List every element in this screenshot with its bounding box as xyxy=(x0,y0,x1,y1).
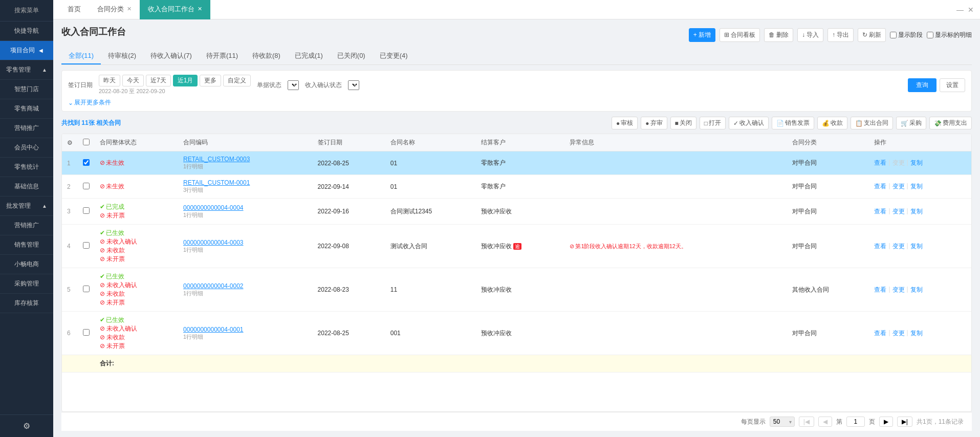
copy-btn[interactable]: 复制 xyxy=(910,159,923,167)
tab-close-contract-type[interactable]: ✕ xyxy=(127,6,132,12)
action-btn-income-confirm[interactable]: ✓ 收入确认 xyxy=(729,117,769,129)
row-checkbox[interactable] xyxy=(83,207,90,214)
prev-page-btn[interactable]: ◀ xyxy=(818,417,832,427)
sort-contract-name[interactable]: 合同名称 xyxy=(390,138,415,147)
sidebar-search[interactable]: 搜索菜单 xyxy=(0,0,53,21)
sidebar-item-smart-store[interactable]: 智慧门店 xyxy=(0,80,53,99)
edit-btn[interactable]: 变更 xyxy=(892,286,905,294)
row-checkbox-cell[interactable] xyxy=(78,225,95,268)
delete-button[interactable]: 🗑 删除 xyxy=(764,28,793,42)
col-contract-status[interactable]: 合同整体状态 xyxy=(95,134,178,151)
view-btn[interactable]: 查看 xyxy=(874,286,886,294)
row-checkbox-cell[interactable] xyxy=(78,268,95,312)
edit-btn[interactable]: 变更 xyxy=(892,329,905,338)
sidebar-item-base-info[interactable]: 基础信息 xyxy=(0,177,53,196)
row-checkbox[interactable] xyxy=(83,159,90,166)
sort-category[interactable]: 合同分类 xyxy=(792,138,817,147)
sort-contract-code[interactable]: 合同编码 xyxy=(183,138,208,147)
col-checkbox[interactable] xyxy=(78,134,95,151)
date-btn-custom[interactable]: 自定义 xyxy=(223,75,251,86)
action-btn-open[interactable]: □ 打开 xyxy=(700,117,726,129)
sidebar-item-marketing[interactable]: 营销推广 xyxy=(0,119,53,138)
sidebar-item-project[interactable]: 项目合同 ◀ xyxy=(0,41,53,60)
action-btn-abandon-review[interactable]: ● 弃审 xyxy=(641,117,667,129)
sidebar-item-retail-stats[interactable]: 零售统计 xyxy=(0,158,53,177)
col-contract-code[interactable]: 合同编码 xyxy=(178,134,313,151)
copy-btn[interactable]: 复制 xyxy=(910,207,923,216)
col-category[interactable]: 合同分类 xyxy=(787,134,869,151)
date-btn-yesterday[interactable]: 昨天 xyxy=(99,75,120,86)
sort-contract-status[interactable]: 合同整体状态 xyxy=(100,138,137,147)
date-btn-last7[interactable]: 近7天 xyxy=(146,75,171,86)
sidebar-item-inventory[interactable]: 库存核算 xyxy=(0,294,53,313)
contract-code-link[interactable]: RETAIL_CUSTOM-0001 xyxy=(183,179,250,186)
status-tab-pending-review[interactable]: 待审核(2) xyxy=(101,48,143,64)
sidebar-item-marketing2[interactable]: 营销推广 xyxy=(0,216,53,235)
sort-sign-date[interactable]: 签订日期 xyxy=(318,138,342,147)
sidebar-item-ecommerce[interactable]: 小畅电商 xyxy=(0,255,53,274)
contract-code-link[interactable]: RETAIL_CUSTOM-0003 xyxy=(183,156,250,163)
sidebar-item-sales[interactable]: 销售管理 xyxy=(0,235,53,255)
sidebar-item-retail-mall[interactable]: 零售商城 xyxy=(0,99,53,119)
sidebar-item-wholesale[interactable]: 批发管理 ▲ xyxy=(0,196,53,216)
view-btn[interactable]: 查看 xyxy=(874,329,886,338)
row-checkbox[interactable] xyxy=(83,329,90,336)
row-checkbox[interactable] xyxy=(83,286,90,292)
row-checkbox[interactable] xyxy=(83,183,90,189)
refresh-button[interactable]: ↻ 刷新 xyxy=(858,28,886,42)
date-btn-last1month[interactable]: 近1月 xyxy=(173,75,198,86)
next-page-btn[interactable]: ▶ xyxy=(879,417,893,427)
status-tab-pending-payment[interactable]: 待收款(8) xyxy=(245,48,288,64)
show-stages-checkbox[interactable] xyxy=(890,32,897,38)
doc-status-select[interactable] xyxy=(288,80,299,90)
col-settings[interactable]: ⚙ xyxy=(62,134,78,151)
export-button[interactable]: ↑ 导出 xyxy=(827,28,854,42)
action-btn-review[interactable]: ● 审核 xyxy=(612,117,638,129)
copy-btn[interactable]: 复制 xyxy=(910,182,923,191)
row-checkbox-cell[interactable] xyxy=(78,199,95,225)
select-all-checkbox[interactable] xyxy=(83,139,90,145)
contract-code-link[interactable]: 0000000000004-0003 xyxy=(183,239,243,246)
show-marks-checkbox[interactable] xyxy=(927,32,933,38)
sidebar-item-quick-nav[interactable]: 快捷导航 xyxy=(0,21,53,41)
status-tab-all[interactable]: 全部(11) xyxy=(61,48,101,64)
action-btn-purchase[interactable]: 🛒 采购 xyxy=(896,117,926,129)
page-size-select[interactable]: 10 20 50 100 xyxy=(770,417,795,427)
action-btn-close[interactable]: ■ 关闭 xyxy=(670,117,696,129)
income-confirm-select[interactable] xyxy=(348,80,359,90)
contract-code-link[interactable]: 0000000000004-0002 xyxy=(183,282,243,290)
row-checkbox[interactable] xyxy=(83,242,90,249)
view-btn[interactable]: 查看 xyxy=(874,159,886,167)
expand-filter-btn[interactable]: ⌄ 展开更多条件 xyxy=(68,98,965,107)
col-sign-date[interactable]: 签订日期 xyxy=(313,134,385,151)
show-marks-checkbox-label[interactable]: 显示标的明细 xyxy=(927,31,972,39)
page-input[interactable] xyxy=(846,417,865,427)
tab-income-contract[interactable]: 收入合同工作台 ✕ xyxy=(140,0,210,19)
view-btn[interactable]: 查看 xyxy=(874,242,886,251)
tab-contract-type[interactable]: 合同分类 ✕ xyxy=(89,0,140,19)
action-btn-expense[interactable]: 💸 费用支出 xyxy=(929,117,972,129)
copy-btn[interactable]: 复制 xyxy=(910,286,923,294)
import-button[interactable]: ↓ 导入 xyxy=(797,28,823,42)
tab-home[interactable]: 首页 xyxy=(59,0,89,19)
date-btn-today[interactable]: 今天 xyxy=(122,75,144,86)
status-tab-closed[interactable]: 已关闭(0) xyxy=(330,48,373,64)
date-btn-more[interactable]: 更多 xyxy=(200,75,221,86)
edit-btn[interactable]: 变更 xyxy=(892,207,905,216)
view-btn[interactable]: 查看 xyxy=(874,182,886,191)
sidebar-settings[interactable]: ⚙ xyxy=(0,414,53,437)
contract-code-link[interactable]: 0000000000004-0001 xyxy=(183,326,243,333)
new-button[interactable]: + 新增 xyxy=(689,28,715,42)
action-btn-sales-invoice[interactable]: 📄 销售发票 xyxy=(772,117,814,129)
close-icon[interactable]: ✕ xyxy=(968,6,974,14)
sidebar-item-purchase[interactable]: 采购管理 xyxy=(0,274,53,294)
status-tab-pending-invoice[interactable]: 待开票(11) xyxy=(199,48,245,64)
query-button[interactable]: 查询 xyxy=(908,78,937,92)
col-contract-name[interactable]: 合同名称 xyxy=(385,134,476,151)
edit-btn[interactable]: 变更 xyxy=(892,182,905,191)
action-btn-payment[interactable]: 💰 收款 xyxy=(817,117,847,129)
status-tab-changed[interactable]: 已变更(4) xyxy=(373,48,415,64)
sort-abnormal[interactable]: 异常信息 xyxy=(570,138,594,147)
status-tab-pending-income-confirm[interactable]: 待收入确认(7) xyxy=(143,48,199,64)
copy-btn[interactable]: 复制 xyxy=(910,329,923,338)
